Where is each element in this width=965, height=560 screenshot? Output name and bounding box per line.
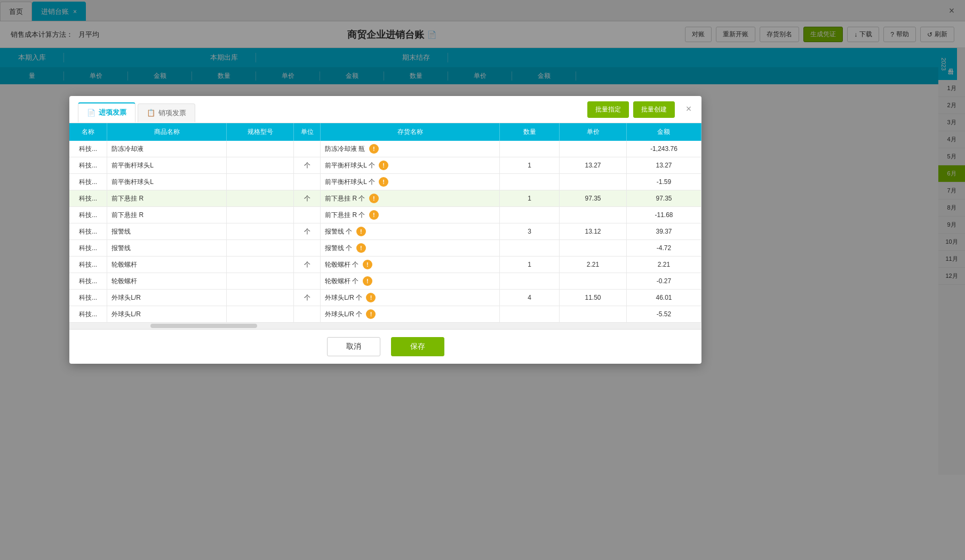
modal-table-wrap: 名称 商品名称 规格型号 单位 存货名称 数量 单价 金额 科技... 防冻冷却… (69, 123, 701, 323)
cell-amount: -1.59 (626, 174, 701, 190)
table-row[interactable]: 科技... 前下悬挂 R 个 前下悬挂 R 个 ! 1 97.35 97.35 (69, 190, 701, 207)
cell-unit: 个 (294, 190, 321, 207)
th-name: 名称 (69, 123, 107, 141)
tab-invoice-out[interactable]: 📋 销项发票 (138, 103, 195, 122)
invoice-in-icon: 📄 (87, 109, 95, 117)
table-row[interactable]: 科技... 前下悬挂 R 前下悬挂 R 个 ! -11.68 (69, 207, 701, 223)
cell-qty: 3 (500, 223, 560, 240)
cell-store-name: 外球头L/R 个 ! (321, 290, 500, 306)
tab-invoice-in[interactable]: 📄 进项发票 (78, 102, 135, 123)
cell-store-name: 前平衡杆球头L 个 ! (321, 174, 500, 190)
cell-store-name: 轮毂螺杆 个 ! (321, 273, 500, 290)
cell-amount: -4.72 (626, 240, 701, 257)
warning-icon: ! (369, 194, 379, 203)
table-row[interactable]: 科技... 报警线 个 报警线 个 ! 3 13.12 39.37 (69, 223, 701, 240)
cell-amount: -0.27 (626, 273, 701, 290)
cell-unit: 个 (294, 223, 321, 240)
cell-spec (227, 157, 294, 174)
cell-spec (227, 223, 294, 240)
cell-product: 前下悬挂 R (107, 207, 227, 223)
modal-table-body: 科技... 防冻冷却液 防冻冷却液 瓶 ! -1,243.76 科技... 前平… (69, 141, 701, 323)
table-row[interactable]: 科技... 前平衡杆球头L 前平衡杆球头L 个 ! -1.59 (69, 174, 701, 190)
cell-amount: 39.37 (626, 223, 701, 240)
table-row[interactable]: 科技... 外球头L/R 外球头L/R 个 ! -5.52 (69, 306, 701, 323)
batch-assign-button[interactable]: 批量指定 (587, 101, 629, 118)
cell-store-name: 报警线 个 ! (321, 240, 500, 257)
cell-product: 前平衡杆球头L (107, 157, 227, 174)
cell-price (560, 207, 627, 223)
cell-price (560, 273, 627, 290)
cell-spec (227, 240, 294, 257)
table-row[interactable]: 科技... 轮毂螺杆 个 轮毂螺杆 个 ! 1 2.21 2.21 (69, 257, 701, 273)
cell-store-name: 轮毂螺杆 个 ! (321, 257, 500, 273)
batch-create-button[interactable]: 批量创建 (633, 101, 675, 118)
cell-unit: 个 (294, 290, 321, 306)
cell-store-name: 前平衡杆球头L 个 ! (321, 157, 500, 174)
cell-price: 11.50 (560, 290, 627, 306)
th-product-name: 商品名称 (107, 123, 227, 141)
cell-name: 科技... (69, 240, 107, 257)
table-row[interactable]: 科技... 轮毂螺杆 轮毂螺杆 个 ! -0.27 (69, 273, 701, 290)
cell-amount: 46.01 (626, 290, 701, 306)
cell-qty: 1 (500, 257, 560, 273)
cell-store-name: 外球头L/R 个 ! (321, 306, 500, 323)
cell-product: 前下悬挂 R (107, 190, 227, 207)
th-amount: 金额 (626, 123, 701, 141)
modal-footer: 取消 保存 (69, 329, 701, 364)
cell-qty: 1 (500, 157, 560, 174)
cell-qty: 4 (500, 290, 560, 306)
cell-product: 报警线 (107, 223, 227, 240)
save-button[interactable]: 保存 (391, 337, 444, 356)
cell-store-name: 报警线 个 ! (321, 223, 500, 240)
table-row[interactable]: 科技... 报警线 报警线 个 ! -4.72 (69, 240, 701, 257)
cell-product: 外球头L/R (107, 306, 227, 323)
cell-qty (500, 174, 560, 190)
cell-spec (227, 207, 294, 223)
horizontal-scrollbar[interactable] (69, 323, 701, 329)
cell-name: 科技... (69, 257, 107, 273)
invoice-in-label: 进项发票 (99, 108, 126, 117)
scroll-thumb[interactable] (150, 324, 257, 328)
invoice-out-label: 销项发票 (158, 108, 186, 118)
cell-amount: 13.27 (626, 157, 701, 174)
th-price: 单价 (560, 123, 627, 141)
cell-spec (227, 174, 294, 190)
table-row[interactable]: 科技... 前平衡杆球头L 个 前平衡杆球头L 个 ! 1 13.27 13.2… (69, 157, 701, 174)
cell-store-name: 前下悬挂 R 个 ! (321, 207, 500, 223)
warning-icon: ! (379, 161, 388, 170)
cell-price (560, 174, 627, 190)
cell-unit (294, 240, 321, 257)
cell-spec (227, 141, 294, 157)
modal-dialog: 📄 进项发票 📋 销项发票 批量指定 批量创建 × 名称 商品名称 规格型号 单… (69, 96, 701, 364)
warning-icon: ! (356, 243, 366, 253)
cell-unit (294, 207, 321, 223)
cell-product: 报警线 (107, 240, 227, 257)
cell-unit: 个 (294, 157, 321, 174)
cell-amount: -5.52 (626, 306, 701, 323)
cell-spec (227, 290, 294, 306)
cell-product: 外球头L/R (107, 290, 227, 306)
th-qty: 数量 (500, 123, 560, 141)
modal-actions: 批量指定 批量创建 (587, 101, 675, 118)
cell-name: 科技... (69, 223, 107, 240)
cell-amount: 2.21 (626, 257, 701, 273)
warning-icon: ! (363, 260, 372, 269)
cell-name: 科技... (69, 290, 107, 306)
modal-close-button[interactable]: × (682, 102, 695, 115)
cell-name: 科技... (69, 207, 107, 223)
cancel-button[interactable]: 取消 (327, 337, 380, 356)
table-row[interactable]: 科技... 外球头L/R 个 外球头L/R 个 ! 4 11.50 46.01 (69, 290, 701, 306)
cell-name: 科技... (69, 157, 107, 174)
cell-spec (227, 273, 294, 290)
cell-qty (500, 207, 560, 223)
cell-qty (500, 273, 560, 290)
cell-store-name: 防冻冷却液 瓶 ! (321, 141, 500, 157)
cell-product: 轮毂螺杆 (107, 273, 227, 290)
cell-price (560, 306, 627, 323)
cell-price (560, 240, 627, 257)
cell-name: 科技... (69, 141, 107, 157)
table-row[interactable]: 科技... 防冻冷却液 防冻冷却液 瓶 ! -1,243.76 (69, 141, 701, 157)
th-unit: 单位 (294, 123, 321, 141)
warning-icon: ! (363, 276, 372, 286)
cell-name: 科技... (69, 306, 107, 323)
